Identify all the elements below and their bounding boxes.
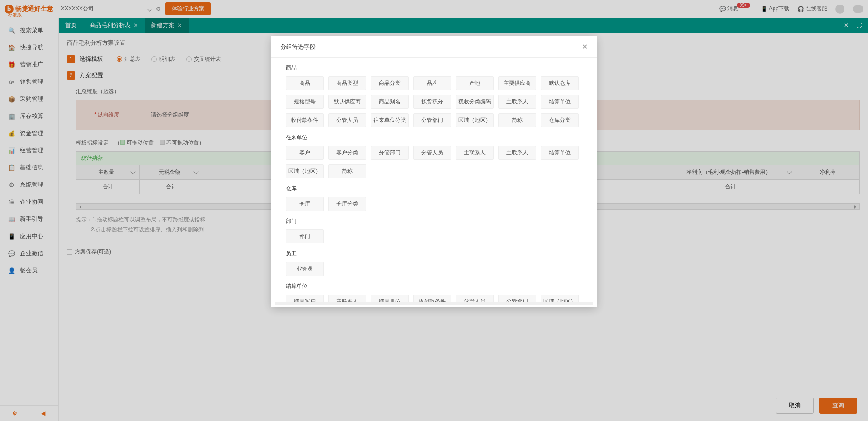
field-tag[interactable]: 规格型号 bbox=[286, 95, 324, 109]
field-tag[interactable]: 默认仓库 bbox=[541, 76, 579, 90]
field-tag[interactable]: 客户分类 bbox=[328, 146, 366, 160]
field-tag[interactable]: 仓库分类 bbox=[541, 113, 579, 127]
field-tag[interactable]: 部门 bbox=[286, 229, 324, 243]
field-tag[interactable]: 收付款条件 bbox=[286, 113, 324, 127]
field-tag[interactable]: 简称 bbox=[498, 113, 536, 127]
field-tag[interactable]: 主联系人 bbox=[498, 146, 536, 160]
field-tag[interactable]: 结算单位 bbox=[541, 95, 579, 109]
field-tag[interactable]: 分管部门 bbox=[498, 295, 536, 302]
field-group-title: 仓库 bbox=[286, 185, 582, 192]
field-tag[interactable]: 业务员 bbox=[286, 262, 324, 276]
field-tag[interactable]: 分管人员 bbox=[413, 146, 451, 160]
field-tag[interactable]: 分管人员 bbox=[328, 113, 366, 127]
field-tag[interactable]: 分管人员 bbox=[456, 295, 494, 302]
field-group-5: 结算单位结算客户主联系人结算单位收付款条件分管人员分管部门区域（地区）简称 bbox=[286, 282, 582, 302]
field-group-3: 部门部门 bbox=[286, 217, 582, 243]
field-tag[interactable]: 主要供应商 bbox=[498, 76, 536, 90]
field-tag[interactable]: 客户 bbox=[286, 146, 324, 160]
modal-title: 分组待选字段 bbox=[280, 43, 316, 51]
field-tag[interactable]: 分管部门 bbox=[371, 146, 409, 160]
field-tag[interactable]: 区域（地区） bbox=[286, 164, 324, 178]
field-group-title: 部门 bbox=[286, 217, 582, 225]
field-group-4: 员工业务员 bbox=[286, 250, 582, 276]
field-group-1: 往来单位客户客户分类分管部门分管人员主联系人主联系人结算单位区域（地区）简称 bbox=[286, 134, 582, 178]
field-group-2: 仓库仓库仓库分类 bbox=[286, 185, 582, 211]
field-tag[interactable]: 税收分类编码 bbox=[456, 95, 494, 109]
field-tag[interactable]: 商品 bbox=[286, 76, 324, 90]
modal-header: 分组待选字段 ✕ bbox=[271, 36, 597, 58]
field-tag[interactable]: 结算单位 bbox=[541, 146, 579, 160]
field-tag[interactable]: 主联系人 bbox=[498, 95, 536, 109]
field-tag[interactable]: 拣货积分 bbox=[413, 95, 451, 109]
field-tag[interactable]: 主联系人 bbox=[328, 295, 366, 302]
field-tag[interactable]: 商品别名 bbox=[371, 95, 409, 109]
field-tag[interactable]: 仓库 bbox=[286, 197, 324, 211]
field-tag[interactable]: 分管部门 bbox=[413, 113, 451, 127]
field-tag[interactable]: 仓库分类 bbox=[328, 197, 366, 211]
field-tag[interactable]: 结算客户 bbox=[286, 295, 324, 302]
field-tag[interactable]: 简称 bbox=[328, 164, 366, 178]
field-tag[interactable]: 往来单位分类 bbox=[371, 113, 409, 127]
field-group-title: 商品 bbox=[286, 64, 582, 72]
field-tag[interactable]: 区域（地区） bbox=[541, 295, 579, 302]
field-tag[interactable]: 品牌 bbox=[413, 76, 451, 90]
field-tag[interactable]: 结算单位 bbox=[371, 295, 409, 302]
modal: 分组待选字段 ✕ 商品商品商品类型商品分类品牌产地主要供应商默认仓库规格型号默认… bbox=[271, 36, 597, 307]
field-group-0: 商品商品商品类型商品分类品牌产地主要供应商默认仓库规格型号默认供应商商品别名拣货… bbox=[286, 64, 582, 127]
field-tag[interactable]: 主联系人 bbox=[456, 146, 494, 160]
field-tag[interactable]: 商品分类 bbox=[371, 76, 409, 90]
field-group-title: 员工 bbox=[286, 250, 582, 257]
field-group-title: 结算单位 bbox=[286, 282, 582, 290]
modal-horizontal-scrollbar[interactable] bbox=[275, 302, 593, 305]
modal-overlay: 分组待选字段 ✕ 商品商品商品类型商品分类品牌产地主要供应商默认仓库规格型号默认… bbox=[0, 0, 868, 421]
modal-body: 商品商品商品类型商品分类品牌产地主要供应商默认仓库规格型号默认供应商商品别名拣货… bbox=[271, 58, 597, 302]
field-tag[interactable]: 区域（地区） bbox=[456, 113, 494, 127]
field-tag[interactable]: 产地 bbox=[456, 76, 494, 90]
close-icon[interactable]: ✕ bbox=[582, 42, 588, 51]
field-tag[interactable]: 收付款条件 bbox=[413, 295, 451, 302]
field-group-title: 往来单位 bbox=[286, 134, 582, 141]
field-tag[interactable]: 默认供应商 bbox=[328, 95, 366, 109]
field-tag[interactable]: 商品类型 bbox=[328, 76, 366, 90]
